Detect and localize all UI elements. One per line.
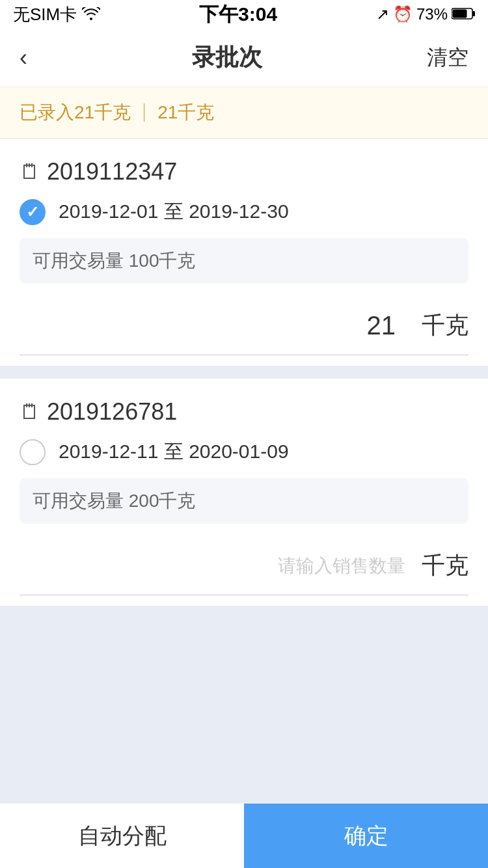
quantity-row-1: 21 千克 xyxy=(0,297,488,355)
batch-doc-icon-2: 🗒 xyxy=(20,400,40,424)
summary-divider xyxy=(144,103,144,122)
location-icon: ↗ xyxy=(376,5,389,23)
svg-rect-2 xyxy=(452,10,467,18)
quantity-row-2: 千克 xyxy=(0,537,488,595)
no-sim-label: 无SIM卡 xyxy=(13,3,77,26)
battery-label: 73% xyxy=(416,5,448,23)
battery-icon xyxy=(452,5,475,23)
svg-rect-1 xyxy=(472,11,475,16)
batch-avail-2: 可用交易量 200千克 xyxy=(20,478,468,524)
status-bar: 无SIM卡 下午3:04 ↗ ⏰ 73% xyxy=(0,0,488,29)
status-time: 下午3:04 xyxy=(199,1,277,28)
summary-value: 21千克 xyxy=(157,100,214,125)
batch-date-row-1: 2019-12-01 至 2019-12-30 xyxy=(0,192,488,232)
batch-date-row-2: 2019-12-11 至 2020-01-09 xyxy=(0,432,488,472)
batch-date-1: 2019-12-01 至 2019-12-30 xyxy=(59,198,289,225)
batch-date-2: 2019-12-11 至 2020-01-09 xyxy=(59,439,289,465)
batch-card-1: 🗒 2019112347 2019-12-01 至 2019-12-30 可用交… xyxy=(0,139,488,366)
batch-id-2: 2019126781 xyxy=(47,398,177,426)
batch-header-1: 🗒 2019112347 xyxy=(0,139,488,192)
quantity-unit-2: 千克 xyxy=(422,550,468,582)
batch-doc-icon-1: 🗒 xyxy=(20,160,40,184)
status-right: ↗ ⏰ 73% xyxy=(376,5,475,23)
batch-card-2: 🗒 2019126781 2019-12-11 至 2020-01-09 可用交… xyxy=(0,379,488,606)
entered-value-1: 21 xyxy=(367,311,396,340)
wifi-icon xyxy=(82,5,100,25)
clear-button[interactable]: 清空 xyxy=(427,44,468,72)
batch-header-2: 🗒 2019126781 xyxy=(0,379,488,432)
back-button[interactable]: ‹ xyxy=(20,44,27,72)
batch-radio-2[interactable] xyxy=(20,439,46,465)
summary-bar: 已录入21千克 21千克 xyxy=(0,87,488,139)
quantity-unit-1: 千克 xyxy=(422,310,468,342)
bottom-bar: 自动分配 确定 xyxy=(0,803,488,868)
batch-id-1: 2019112347 xyxy=(47,158,177,185)
batch-radio-1[interactable] xyxy=(20,199,46,225)
batch-avail-1: 可用交易量 100千克 xyxy=(20,238,468,284)
status-left: 无SIM卡 xyxy=(13,3,100,26)
section-separator xyxy=(0,366,488,379)
nav-bar: ‹ 录批次 清空 xyxy=(0,29,488,87)
alarm-icon: ⏰ xyxy=(393,5,413,23)
confirm-button[interactable]: 确定 xyxy=(244,804,488,868)
quantity-input-2[interactable] xyxy=(220,556,415,576)
auto-distribute-button[interactable]: 自动分配 xyxy=(0,804,244,868)
summary-label: 已录入21千克 xyxy=(20,100,131,125)
page-title: 录批次 xyxy=(192,42,262,74)
